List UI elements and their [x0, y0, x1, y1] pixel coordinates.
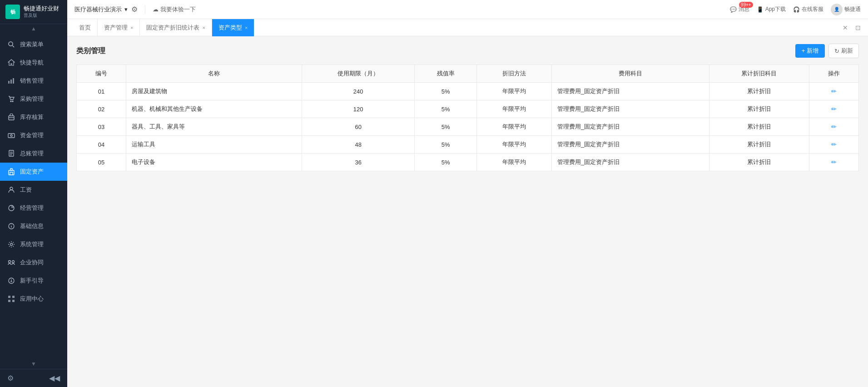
cell-name-2[interactable]: 器具、工具、家具等: [126, 118, 302, 136]
company-name: 医疗器械行业演示: [74, 5, 122, 14]
svg-point-10: [10, 134, 12, 136]
sidebar-item-label-quick-nav: 快捷导航: [20, 59, 44, 67]
trial-text: 我要体验一下: [160, 5, 196, 14]
edit-button-2[interactable]: ✏: [831, 123, 837, 130]
edit-button-3[interactable]: ✏: [831, 141, 837, 148]
sidebar-item-system[interactable]: 系统管理: [0, 235, 67, 253]
cell-action-2: ✏: [809, 118, 858, 136]
svg-line-1: [13, 45, 15, 47]
sidebar-item-app-center[interactable]: 应用中心: [0, 290, 67, 308]
online-service-label: 在线客服: [802, 5, 823, 13]
svg-rect-3: [10, 79, 12, 84]
col-header-id: 编号: [77, 65, 126, 83]
sidebar-item-enterprise[interactable]: 企业协同: [0, 253, 67, 272]
tab-home[interactable]: 首页: [73, 19, 98, 36]
edit-button-4[interactable]: ✏: [831, 159, 837, 166]
close-window-btn[interactable]: ✕: [841, 22, 850, 33]
home-icon: [7, 59, 15, 67]
cell-residual-0: 5%: [415, 83, 477, 100]
svg-point-23: [9, 260, 11, 263]
maximize-window-btn[interactable]: ⊡: [853, 22, 863, 33]
shop-icon: [7, 95, 15, 103]
tab-asset-mgmt[interactable]: 资产管理 ×: [98, 19, 140, 36]
svg-point-0: [9, 42, 13, 46]
system-icon: [7, 240, 15, 248]
cell-accumulated-0: 累计折旧: [709, 83, 809, 100]
svg-point-17: [10, 187, 13, 190]
table-header-row: 编号 名称 使用期限（月） 残值率 折旧方法 费用科目 累计折旧科目 操作: [77, 65, 859, 83]
col-header-accumulated: 累计折旧科目: [709, 65, 809, 83]
settings-bottom-icon[interactable]: ⚙: [7, 374, 14, 382]
cell-name-0[interactable]: 房屋及建筑物: [126, 83, 302, 100]
tab-asset-mgmt-close[interactable]: ×: [130, 25, 133, 30]
col-header-period: 使用期限（月）: [302, 65, 415, 83]
cell-name-1[interactable]: 机器、机械和其他生产设备: [126, 100, 302, 118]
sidebar-item-ledger[interactable]: 总账管理: [0, 144, 67, 163]
apps-icon: [7, 295, 15, 303]
message-icon: 💬: [730, 6, 737, 13]
refresh-button[interactable]: ↻ 刷新: [828, 44, 859, 58]
sidebar-item-purchase[interactable]: 采购管理: [0, 90, 67, 108]
sidebar-item-search[interactable]: 搜索菜单: [0, 35, 67, 54]
app-download-action[interactable]: 📱 App下载: [757, 5, 786, 13]
page-title: 类别管理: [76, 46, 105, 56]
sidebar-item-operations[interactable]: 经营管理: [0, 199, 67, 217]
cell-expense-4: 管理费用_固定资产折旧: [551, 154, 709, 171]
header-settings-icon[interactable]: ⚙: [131, 5, 138, 14]
edit-button-1[interactable]: ✏: [831, 105, 837, 113]
message-action[interactable]: 💬 消息 99+: [730, 5, 749, 13]
tab-asset-mgmt-label: 资产管理: [104, 24, 128, 32]
tab-home-label: 首页: [79, 24, 91, 32]
new-button[interactable]: + 新增: [795, 44, 825, 58]
sidebar-bottom: ⚙ ◀◀: [0, 369, 67, 387]
sidebar-item-label-salary: 工资: [20, 186, 32, 194]
company-selector[interactable]: 医疗器械行业演示 ▾: [74, 5, 128, 14]
search-icon: [7, 40, 15, 49]
online-service-action[interactable]: 🎧 在线客服: [793, 5, 823, 13]
dropdown-icon: ▾: [124, 6, 128, 13]
cell-accumulated-1: 累计折旧: [709, 100, 809, 118]
sidebar-item-inventory[interactable]: 库存核算: [0, 108, 67, 126]
header-right: 💬 消息 99+ 📱 App下载 🎧 在线客服 👤 畅捷通: [730, 4, 861, 15]
cell-period-3: 48: [302, 136, 415, 154]
col-header-expense: 费用科目: [551, 65, 709, 83]
sidebar-item-capital[interactable]: 资金管理: [0, 126, 67, 144]
scroll-up-arrow[interactable]: ▲: [0, 24, 67, 34]
cell-id-4: 05: [77, 154, 126, 171]
svg-rect-29: [12, 300, 15, 302]
cell-name-3[interactable]: 运输工具: [126, 136, 302, 154]
scroll-down-arrow[interactable]: ▼: [0, 359, 67, 369]
sidebar-item-label-app-center: 应用中心: [20, 295, 44, 303]
tab-asset-type[interactable]: 资产类型 ×: [212, 19, 254, 36]
header-trial-btn[interactable]: ☁ 我要体验一下: [153, 5, 196, 14]
col-header-action: 操作: [809, 65, 858, 83]
cell-action-1: ✏: [809, 100, 858, 118]
col-header-method: 折旧方法: [477, 65, 552, 83]
sidebar-item-sales[interactable]: 销售管理: [0, 72, 67, 90]
cell-residual-2: 5%: [415, 118, 477, 136]
tab-depreciation[interactable]: 固定资产折旧统计表 ×: [140, 19, 212, 36]
svg-point-6: [12, 101, 13, 102]
collab-icon: [7, 258, 15, 267]
cell-name-4[interactable]: 电子设备: [126, 154, 302, 171]
cell-id-2: 03: [77, 118, 126, 136]
tab-asset-type-close[interactable]: ×: [245, 25, 248, 30]
table-row: 02 机器、机械和其他生产设备 120 5% 年限平均 管理费用_固定资产折旧 …: [77, 100, 859, 118]
edit-button-0[interactable]: ✏: [831, 88, 837, 95]
svg-rect-26: [8, 296, 10, 298]
cell-id-1: 02: [77, 100, 126, 118]
sidebar-item-quick-nav[interactable]: 快捷导航: [0, 54, 67, 72]
svg-point-5: [10, 101, 11, 102]
sidebar-item-basic-info[interactable]: 基础信息: [0, 217, 67, 235]
cell-method-1: 年限平均: [477, 100, 552, 118]
user-action[interactable]: 👤 畅捷通: [831, 4, 861, 15]
sidebar-item-fixed-assets[interactable]: 固定资产: [0, 163, 67, 181]
sidebar-item-guide[interactable]: 新手引导: [0, 272, 67, 290]
cell-period-2: 60: [302, 118, 415, 136]
sidebar-item-salary[interactable]: 工资: [0, 181, 67, 199]
collapse-icon[interactable]: ◀◀: [49, 374, 60, 382]
svg-rect-9: [8, 134, 15, 138]
sidebar-item-label-search: 搜索菜单: [20, 40, 44, 49]
tab-depreciation-close[interactable]: ×: [202, 25, 205, 30]
cell-expense-3: 管理费用_固定资产折旧: [551, 136, 709, 154]
